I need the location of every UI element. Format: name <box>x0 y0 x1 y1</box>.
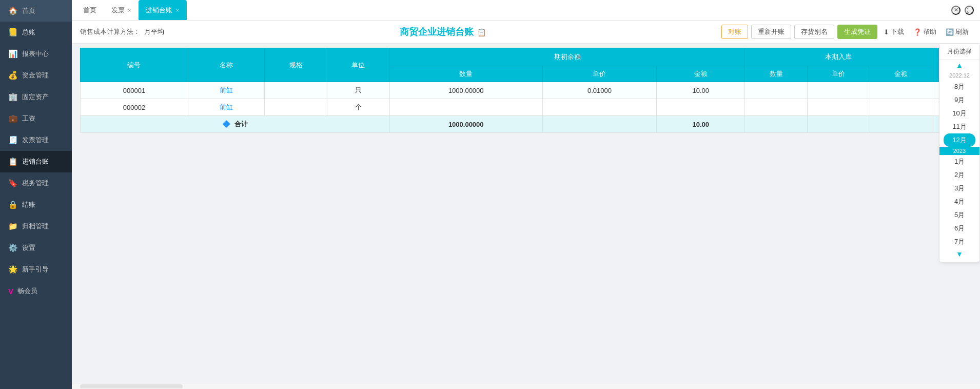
cost-method-value: 月平均 <box>144 27 164 36</box>
win-controls: ✕ ⛶ <box>951 6 976 15</box>
total-icon: 🔷 <box>222 120 230 128</box>
month-item-2023-5[interactable]: 5月 <box>939 208 979 222</box>
month-scroll-down[interactable]: ▼ <box>939 248 979 260</box>
cell-unit: 只 <box>327 82 390 99</box>
member-icon: V <box>8 287 13 296</box>
col-header-inbound: 本期入库 <box>745 48 932 66</box>
page-title: 商贸企业进销台账 <box>400 27 474 37</box>
sidebar-item-inventory[interactable]: 📋 进销台账 <box>0 151 72 172</box>
sidebar-item-guide[interactable]: 🌟 新手引导 <box>0 259 72 280</box>
cell-opening-qty <box>389 99 542 116</box>
month-item-2023-2[interactable]: 2月 <box>939 168 979 182</box>
tab-inventory[interactable]: 进销台账 × <box>139 0 186 20</box>
cell-opening-qty: 1000.00000 <box>389 82 542 99</box>
col-header-opening-price: 单价 <box>542 66 657 82</box>
window-maximize-button[interactable]: ⛶ <box>965 6 974 15</box>
cell-inbound-qty <box>745 82 808 99</box>
sidebar-item-label: 归档管理 <box>22 222 49 231</box>
save-alias-button[interactable]: 存货别名 <box>794 25 834 39</box>
month-item-2023-3[interactable]: 3月 <box>939 182 979 195</box>
cell-opening-price <box>542 99 657 116</box>
sidebar-item-label: 总账 <box>22 28 35 37</box>
sidebar-item-label: 首页 <box>22 6 35 15</box>
cell-inbound-price <box>808 99 870 116</box>
reconcile-button[interactable]: 对账 <box>721 25 748 39</box>
month-item-2023-4[interactable]: 4月 <box>939 195 979 208</box>
sidebar-item-invoice-mgmt[interactable]: 🧾 发票管理 <box>0 129 72 151</box>
sidebar-item-closing[interactable]: 🔒 结账 <box>0 194 72 216</box>
sidebar-item-label: 进销台账 <box>22 157 49 166</box>
sidebar-item-tax[interactable]: 🔖 税务管理 <box>0 172 72 194</box>
sidebar-item-reports[interactable]: 📊 报表中心 <box>0 43 72 65</box>
generate-button[interactable]: 生成凭证 <box>837 25 877 39</box>
help-button[interactable]: ❓ 帮助 <box>910 25 939 38</box>
cell-unit: 个 <box>327 99 390 116</box>
toolbar-buttons: 对账 重新开账 存货别名 生成凭证 ⬇ 下载 ❓ 帮助 🔄 刷新 <box>721 25 972 39</box>
cell-spec <box>265 82 327 99</box>
row2-name-link[interactable]: 前缸 <box>220 103 233 111</box>
reopen-button[interactable]: 重新开账 <box>751 25 791 39</box>
refresh-button[interactable]: 🔄 刷新 <box>943 25 972 38</box>
sidebar-item-settings[interactable]: ⚙️ 设置 <box>0 237 72 259</box>
refresh-icon: 🔄 <box>946 28 954 36</box>
tab-home[interactable]: 首页 <box>76 0 104 20</box>
horizontal-scrollbar[interactable] <box>80 384 183 388</box>
page-title-area: 商贸企业进销台账 📋 <box>168 26 717 38</box>
col-header-inbound-qty: 数量 <box>745 66 808 82</box>
col-header-inbound-price: 单价 <box>808 66 870 82</box>
total-opening-qty: 1000.00000 <box>389 116 542 133</box>
finance-icon: 💰 <box>8 71 18 80</box>
sidebar-item-home[interactable]: 🏠 首页 <box>0 0 72 22</box>
sidebar-item-label: 发票管理 <box>22 135 49 145</box>
total-opening-price <box>542 116 657 133</box>
col-header-opening-amount: 金额 <box>657 66 745 82</box>
sidebar-item-label: 报表中心 <box>22 49 49 59</box>
month-item-9[interactable]: 9月 <box>939 93 979 107</box>
sidebar-item-member[interactable]: V 畅会员 <box>0 280 72 302</box>
year-2022-label: 2022.12 <box>939 71 979 80</box>
download-icon: ⬇ <box>884 28 889 36</box>
col-header-inbound-amount: 金额 <box>870 66 932 82</box>
row1-name-link[interactable]: 前缸 <box>220 86 233 94</box>
sidebar-item-label: 税务管理 <box>22 179 49 188</box>
month-item-2023-7[interactable]: 7月 <box>939 235 979 248</box>
inventory-table: 编号 名称 规格 单位 期初余额 本期入库 数 数量 单价 金额 数 <box>80 48 972 133</box>
month-item-2023-6[interactable]: 6月 <box>939 222 979 235</box>
month-item-8[interactable]: 8月 <box>939 80 979 93</box>
month-panel-title: 月份选择 <box>939 44 979 60</box>
cell-inbound-price <box>808 82 870 99</box>
cell-inbound-qty <box>745 99 808 116</box>
content-area: 销售成本计算方法： 月平均 商贸企业进销台账 📋 对账 重新开账 存货别名 生成… <box>72 21 980 389</box>
page-title-icon: 📋 <box>477 28 486 36</box>
download-button[interactable]: ⬇ 下载 <box>880 25 907 38</box>
tab-inventory-close[interactable]: × <box>175 7 179 13</box>
tab-invoice[interactable]: 发票 × <box>104 0 139 20</box>
sidebar-item-label: 固定资产 <box>22 92 49 102</box>
month-scroll-up[interactable]: ▲ <box>939 60 979 71</box>
tab-invoice-label: 发票 <box>111 6 125 15</box>
month-item-12[interactable]: 12月 <box>944 133 975 147</box>
month-item-11[interactable]: 11月 <box>939 120 979 133</box>
sidebar-item-finance[interactable]: 💰 资金管理 <box>0 65 72 86</box>
sidebar-item-assets[interactable]: 🏢 固定资产 <box>0 86 72 108</box>
total-row: 🔷 合计 1000.00000 10.00 <box>81 116 972 133</box>
cell-opening-price: 0.01000 <box>542 82 657 99</box>
col-header-code: 编号 <box>81 48 188 82</box>
total-label: 合计 <box>234 120 248 128</box>
inventory-icon: 📋 <box>8 157 18 166</box>
scrollbar-area <box>72 383 980 389</box>
window-close-button[interactable]: ✕ <box>951 6 961 15</box>
toolbar: 销售成本计算方法： 月平均 商贸企业进销台账 📋 对账 重新开账 存货别名 生成… <box>72 21 980 44</box>
salary-icon: 💼 <box>8 114 18 123</box>
cell-name[interactable]: 前缸 <box>188 82 264 99</box>
tab-invoice-close[interactable]: × <box>128 7 131 13</box>
month-item-2023-1[interactable]: 1月 <box>939 155 979 168</box>
sidebar-item-salary[interactable]: 💼 工资 <box>0 108 72 129</box>
cell-name[interactable]: 前缸 <box>188 99 264 116</box>
total-inbound-qty <box>745 116 808 133</box>
sidebar-item-ledger[interactable]: 📒 总账 <box>0 22 72 43</box>
col-header-opening: 期初余额 <box>389 48 745 66</box>
sidebar-item-archive[interactable]: 📁 归档管理 <box>0 216 72 237</box>
month-item-10[interactable]: 10月 <box>939 107 979 120</box>
total-opening-amount: 10.00 <box>657 116 745 133</box>
